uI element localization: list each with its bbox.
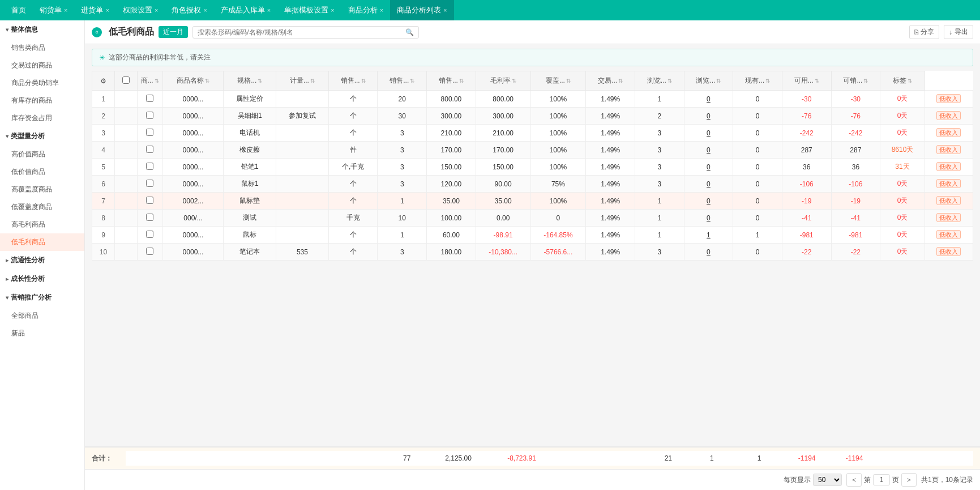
next-page-button[interactable]: ＞ xyxy=(901,473,917,487)
col-name[interactable]: 商品名称⇅ xyxy=(162,71,224,91)
col-sales-profit[interactable]: 销售...⇅ xyxy=(427,71,476,91)
sidebar-section-growth-header[interactable]: ▸ 成长性分析 xyxy=(0,270,84,288)
col-coverage[interactable]: 覆盖...⇅ xyxy=(530,71,586,91)
row-views1[interactable]: 0 xyxy=(684,210,733,227)
row-checkbox[interactable] xyxy=(137,244,162,261)
sidebar-item-low-margin[interactable]: 低毛利商品 xyxy=(0,233,84,251)
close-icon[interactable]: × xyxy=(267,7,271,14)
share-button[interactable]: ⎘ 分享 xyxy=(909,25,939,39)
col-current-stock[interactable]: 现有...⇅ xyxy=(733,71,782,91)
prev-page-button[interactable]: ＜ xyxy=(846,473,862,487)
row-checkbox[interactable] xyxy=(137,193,162,210)
col-code[interactable]: 商...⇅ xyxy=(137,71,162,91)
header-actions: ⎘ 分享 ↓ 导出 xyxy=(909,25,973,39)
per-page-select[interactable]: 50 20 100 xyxy=(813,474,842,486)
sidebar-item-new-products[interactable]: 新品 xyxy=(0,325,84,342)
row-select-checkbox[interactable] xyxy=(146,231,153,238)
close-icon[interactable]: × xyxy=(64,7,67,14)
col-views2[interactable]: 浏览...⇅ xyxy=(684,71,733,91)
export-button[interactable]: ↓ 导出 xyxy=(944,25,973,39)
row-views1[interactable]: 0 xyxy=(684,91,733,108)
row-checkbox[interactable] xyxy=(137,142,162,159)
row-views1[interactable]: 0 xyxy=(684,159,733,176)
collapse-sidebar-button[interactable]: « xyxy=(92,27,102,37)
select-all-checkbox[interactable] xyxy=(122,76,130,84)
nav-purchase-order[interactable]: 进货单× xyxy=(74,0,115,20)
row-checkbox[interactable] xyxy=(137,176,162,193)
row-checkbox[interactable] xyxy=(137,108,162,125)
row-views1[interactable]: 0 xyxy=(684,193,733,210)
search-input[interactable] xyxy=(198,28,403,36)
nav-sales-order[interactable]: 销货单× xyxy=(33,0,74,20)
col-sales-price[interactable]: 销售...⇅ xyxy=(378,71,427,91)
sidebar-item-low-coverage[interactable]: 低覆盖度商品 xyxy=(0,198,84,216)
col-views1[interactable]: 浏览...⇅ xyxy=(635,71,684,91)
close-icon[interactable]: × xyxy=(380,7,383,14)
sidebar-section-circulation-header[interactable]: ▸ 流通性分析 xyxy=(0,251,84,270)
row-sellable: 0天 xyxy=(880,176,925,193)
row-select-checkbox[interactable] xyxy=(146,129,153,136)
nav-product-entry[interactable]: 产成品入库单× xyxy=(214,0,277,20)
row-views1[interactable]: 0 xyxy=(684,244,733,261)
sidebar-item-stock-capital[interactable]: 库存资金占用 xyxy=(0,109,84,127)
row-select-checkbox[interactable] xyxy=(146,95,153,102)
close-icon[interactable]: × xyxy=(105,7,109,14)
row-checkbox[interactable] xyxy=(137,210,162,227)
col-trade[interactable]: 交易...⇅ xyxy=(586,71,635,91)
sidebar-item-all-products[interactable]: 全部商品 xyxy=(0,307,84,325)
sidebar-item-high-value[interactable]: 高价值商品 xyxy=(0,146,84,163)
sidebar-section-marketing-header[interactable]: ▾ 营销推广分析 xyxy=(0,288,84,307)
nav-template-settings[interactable]: 单据模板设置× xyxy=(277,0,341,20)
sidebar-item-high-margin[interactable]: 高毛利商品 xyxy=(0,216,84,233)
row-checkbox[interactable] xyxy=(137,227,162,244)
col-checkbox[interactable] xyxy=(115,71,138,91)
nav-home[interactable]: 首页 xyxy=(5,0,33,20)
nav-permission-settings[interactable]: 权限设置× xyxy=(116,0,165,20)
row-select-checkbox[interactable] xyxy=(146,248,153,255)
col-sales-count[interactable]: 销售...⇅ xyxy=(328,71,378,91)
row-views1[interactable]: 0 xyxy=(684,176,733,193)
col-spec[interactable]: 规格...⇅ xyxy=(224,71,276,91)
row-select-checkbox[interactable] xyxy=(146,180,153,187)
row-select-checkbox[interactable] xyxy=(146,146,153,153)
nav-product-analysis[interactable]: 商品分析× xyxy=(341,0,390,20)
col-unit[interactable]: 计量...⇅ xyxy=(276,71,329,91)
sidebar-item-in-stock[interactable]: 有库存的商品 xyxy=(0,92,84,109)
col-settings[interactable]: ⚙ xyxy=(92,71,115,91)
sidebar-item-high-coverage[interactable]: 高覆盖度商品 xyxy=(0,181,84,198)
row-select-checkbox[interactable] xyxy=(146,163,153,170)
row-select-checkbox[interactable] xyxy=(146,197,153,204)
close-icon[interactable]: × xyxy=(203,7,207,14)
row-views1[interactable]: 1 xyxy=(684,227,733,244)
row-views1[interactable]: 0 xyxy=(684,108,733,125)
nav-product-analysis-list[interactable]: 商品分析列表× xyxy=(390,0,453,20)
row-spec xyxy=(276,159,329,176)
search-icon[interactable]: 🔍 xyxy=(405,28,414,36)
sidebar-section-overall-header[interactable]: ▾ 整体信息 xyxy=(0,20,84,39)
row-views1[interactable]: 0 xyxy=(684,142,733,159)
row-views2: 0 xyxy=(733,108,782,125)
sidebar-section-type-analysis: ▾ 类型量分析 高价值商品 低价值商品 高覆盖度商品 低覆盖度商品 高毛利商品 … xyxy=(0,127,84,251)
row-checkbox[interactable] xyxy=(137,125,162,142)
row-select-checkbox[interactable] xyxy=(146,214,153,221)
sidebar-item-category-rate[interactable]: 商品分类助销率 xyxy=(0,74,84,92)
col-gross-margin[interactable]: 毛利率⇅ xyxy=(476,71,530,91)
row-checkbox[interactable] xyxy=(137,159,162,176)
close-icon[interactable]: × xyxy=(443,7,447,14)
row-checkbox[interactable] xyxy=(137,91,162,108)
close-icon[interactable]: × xyxy=(331,7,334,14)
row-sales-count: 3 xyxy=(378,159,427,176)
row-views1[interactable]: 0 xyxy=(684,125,733,142)
close-icon[interactable]: × xyxy=(155,7,158,14)
time-filter-button[interactable]: 近一月 xyxy=(159,26,188,38)
col-available[interactable]: 可用...⇅ xyxy=(782,71,831,91)
col-sellable[interactable]: 可销...⇅ xyxy=(831,71,880,91)
sidebar-section-type-header[interactable]: ▾ 类型量分析 xyxy=(0,127,84,146)
sidebar-item-traded-products[interactable]: 交易过的商品 xyxy=(0,57,84,74)
col-tag[interactable]: 标签⇅ xyxy=(880,71,925,91)
sidebar-item-low-value[interactable]: 低价值商品 xyxy=(0,163,84,181)
row-select-checkbox[interactable] xyxy=(146,112,153,119)
row-tag: 低收入 xyxy=(925,193,973,210)
nav-role-auth[interactable]: 角色授权× xyxy=(165,0,213,20)
sidebar-item-sales-products[interactable]: 销售类商品 xyxy=(0,39,84,57)
